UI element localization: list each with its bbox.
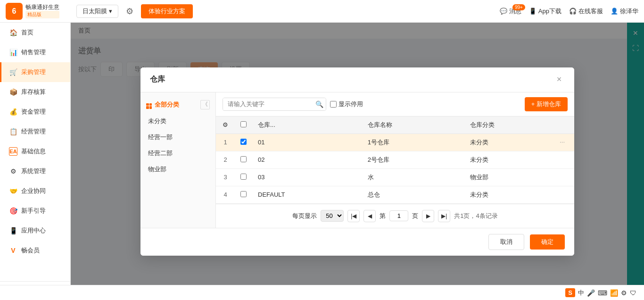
row-checkbox[interactable] [235,186,252,203]
logo-area: 6 畅康通好生意 精品版 [6,3,76,20]
show-disabled-label[interactable]: 显示停用 [330,100,363,108]
sidebar-item-basics[interactable]: EA 基础信息 [0,142,70,161]
service-label: 在线客服 [578,7,603,16]
header-settings-button[interactable]: ⚙ [122,4,137,19]
sidebar: 🏠 首页 📊 销售管理 🛒 采购管理 📦 库存核算 💰 资金管理 📋 经营管理 … [0,23,71,300]
table-header-row: ⚙ 仓库... 仓库名称 [216,117,574,134]
sidebar-label-appstore: 应用中心 [21,226,46,235]
gear-icon: ⚙ [126,6,133,17]
show-disabled-checkbox[interactable] [330,101,337,108]
action-dots-icon[interactable]: ··· [560,138,565,145]
row-code: 01 [252,133,362,151]
s-logo: S [565,288,575,297]
sidebar-label-guide: 新手引导 [21,207,46,215]
sidebar-item-sales[interactable]: 📊 销售管理 [0,42,70,62]
brand-tag: 精品版 [25,11,59,18]
pagination-bar: 每页显示 50 |◀ ◀ 第 页 ▶ ▶| 共1页，4条记录 [216,204,574,228]
main-layout: 🏠 首页 📊 销售管理 🛒 采购管理 📦 库存核算 💰 资金管理 📋 经营管理 … [0,23,644,300]
category-item-dept1[interactable]: 经营一部 [140,129,215,145]
store-selector[interactable]: 日太阳膜 ▾ [76,5,118,18]
row-checkbox[interactable] [235,168,252,186]
row-checkbox[interactable] [235,151,252,168]
confirm-button[interactable]: 确定 [530,234,565,250]
prev-page-button[interactable]: ◀ [363,210,376,222]
row-category: 物业部 [464,168,575,186]
mic-icon[interactable]: 🎤 [587,289,595,297]
cancel-button[interactable]: 取消 [488,234,524,250]
purchase-icon: 🛒 [9,68,17,76]
user-icon: 👤 [611,8,618,15]
customer-service-button[interactable]: 🎧 在线客服 [569,7,603,16]
table-row[interactable]: 3 03 水 物业部 [216,168,574,186]
lang-label[interactable]: 中 [578,289,584,297]
sidebar-item-appstore[interactable]: 📱 应用中心 [0,221,70,241]
grid-dots-icon [146,100,152,109]
next-page-button[interactable]: ▶ [422,210,434,222]
sidebar-label-sales: 销售管理 [21,48,46,57]
row-name: 1号仓库 [362,133,464,151]
shield-icon[interactable]: 🛡 [630,289,636,297]
total-info: 共1页，4条记录 [454,212,497,220]
app-download-button[interactable]: 📱 App下载 [529,7,561,16]
bottom-settings-icon[interactable]: ⚙ [621,289,627,297]
col-checkbox [235,117,252,134]
category-item-property[interactable]: 物业部 [140,161,215,177]
header-middle: 日太阳膜 ▾ ⚙ 体验行业方案 [76,4,500,19]
row-name: 总仓 [362,186,464,203]
inventory-icon: 📦 [9,88,17,96]
system-icon: ⚙ [9,167,17,175]
show-disabled-text: 显示停用 [339,100,363,108]
sidebar-label-system: 系统管理 [21,167,46,175]
sidebar-label-membership: 畅会员 [21,246,40,255]
enterprise-icon: 🤝 [9,187,17,195]
row-num: 3 [216,168,235,186]
sidebar-item-inventory[interactable]: 📦 库存核算 [0,82,70,102]
sidebar-item-purchase[interactable]: 🛒 采购管理 [0,62,70,82]
sidebar-item-operations[interactable]: 📋 经营管理 [0,122,70,142]
sidebar-item-home[interactable]: 🏠 首页 [0,23,70,42]
sidebar-item-guide[interactable]: 🎯 新手引导 [0,201,70,221]
bell-icon: 💬 [500,8,507,15]
row-num: 2 [216,151,235,168]
membership-icon: V [9,246,17,255]
sidebar-item-membership[interactable]: V 畅会员 [0,241,70,260]
category-item-uncategorized[interactable]: 未分类 [140,113,215,129]
sidebar-item-system[interactable]: ⚙ 系统管理 [0,161,70,181]
modal-close-button[interactable]: × [553,74,565,85]
select-all-checkbox[interactable] [240,121,247,127]
modal-header: 仓库 × [140,67,574,92]
search-input[interactable] [223,98,312,110]
sidebar-item-finance[interactable]: 💰 资金管理 [0,102,70,122]
page-num-label: 第 [380,212,386,220]
collapse-button[interactable]: 《 [200,100,210,109]
logo-icon: 6 [6,3,23,20]
table-row[interactable]: 1 01 1号仓库 未分类··· [216,133,574,151]
search-button[interactable]: 🔍 [312,98,326,110]
keyboard-icon[interactable]: ⌨ [598,289,607,297]
category-item-dept2[interactable]: 经营二部 [140,145,215,161]
row-name: 水 [362,168,464,186]
add-warehouse-button[interactable]: + 新增仓库 [525,97,568,111]
try-industry-button[interactable]: 体验行业方案 [141,4,193,18]
page-size-label: 每页显示 [292,212,317,220]
modal-overlay: 仓库 × 全部分类 《 [71,23,644,300]
page-size-select[interactable]: 50 [321,210,344,222]
first-page-button[interactable]: |◀ [347,210,360,222]
page-number-input[interactable] [389,210,408,221]
sidebar-label-home: 首页 [21,28,33,37]
row-code: 02 [252,151,362,168]
sidebar-label-purchase: 采购管理 [21,68,46,76]
row-checkbox[interactable] [235,133,252,151]
user-menu-button[interactable]: 👤 徐泽华 [611,7,638,16]
category-panel: 全部分类 《 未分类 经营一部 经营二部 物业部 [140,92,216,228]
network-icon[interactable]: 📶 [610,289,618,297]
search-box: 🔍 [223,98,326,111]
notifications-badge: 99+ [512,4,525,10]
category-all-button[interactable]: 全部分类 [146,100,179,109]
sidebar-item-enterprise[interactable]: 🤝 企业协同 [0,181,70,201]
last-page-button[interactable]: ▶| [438,210,450,222]
table-row[interactable]: 2 02 2号仓库 未分类 [216,151,574,168]
notifications-button[interactable]: 💬 消息 99+ [500,7,521,16]
guide-icon: 🎯 [9,207,17,215]
table-row[interactable]: 4 DEFAULT 总仓 未分类 [216,186,574,203]
